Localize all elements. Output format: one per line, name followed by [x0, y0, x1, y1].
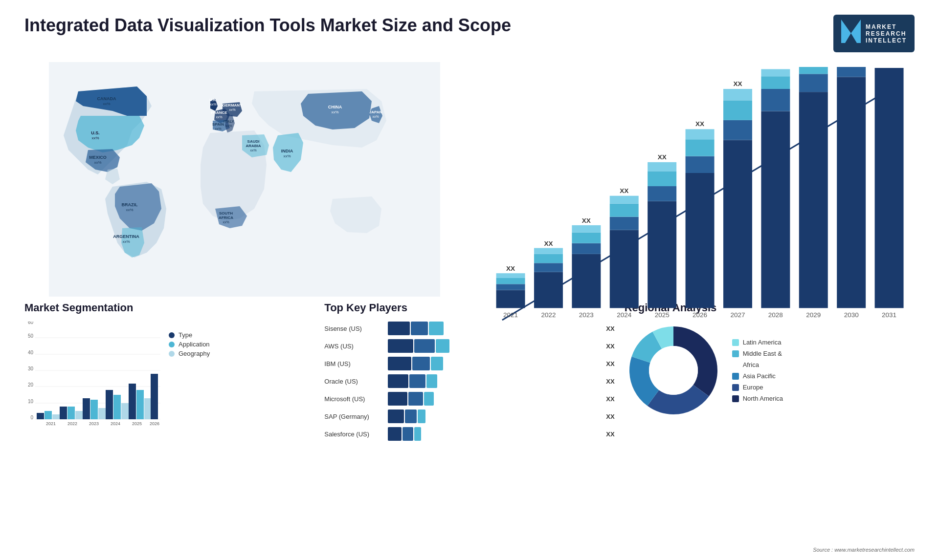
svg-rect-128 — [144, 398, 152, 419]
svg-rect-132 — [151, 374, 158, 419]
svg-point-139 — [649, 346, 698, 395]
svg-rect-38 — [496, 284, 525, 290]
svg-text:xx%: xx% — [229, 108, 235, 111]
svg-rect-123 — [113, 395, 121, 419]
svg-rect-114 — [60, 407, 67, 419]
svg-text:2022: 2022 — [541, 311, 556, 319]
svg-rect-55 — [610, 230, 639, 308]
svg-rect-112 — [52, 414, 60, 419]
svg-rect-118 — [83, 398, 90, 419]
header: Integrated Data Visualization Tools Mark… — [24, 15, 915, 52]
svg-rect-124 — [121, 403, 129, 419]
svg-rect-90 — [837, 77, 866, 308]
svg-text:2029: 2029 — [806, 311, 821, 319]
svg-text:xx%: xx% — [283, 154, 291, 158]
svg-rect-64 — [648, 162, 676, 171]
svg-text:xx%: xx% — [122, 239, 130, 244]
svg-rect-39 — [496, 278, 525, 284]
legend-asia-pacific: Asia Pacific — [732, 372, 783, 380]
svg-text:ARABIA: ARABIA — [246, 144, 261, 148]
svg-rect-70 — [686, 129, 715, 139]
svg-rect-119 — [90, 400, 98, 419]
svg-text:SAUDI: SAUDI — [247, 139, 260, 144]
svg-rect-79 — [761, 111, 790, 308]
svg-text:2026: 2026 — [150, 421, 159, 426]
svg-rect-52 — [572, 225, 601, 233]
svg-text:2022: 2022 — [67, 421, 77, 426]
svg-rect-86 — [799, 74, 828, 92]
svg-text:2024: 2024 — [617, 311, 632, 319]
segmentation-title: Market Segmentation — [24, 302, 314, 314]
svg-rect-87 — [799, 67, 828, 74]
svg-rect-57 — [610, 204, 639, 217]
svg-rect-45 — [534, 254, 563, 263]
svg-text:2023: 2023 — [89, 421, 99, 426]
svg-rect-50 — [572, 243, 601, 254]
legend-north-america: North America — [732, 395, 783, 402]
page-container: Integrated Data Visualization Tools Mark… — [0, 0, 939, 560]
svg-rect-58 — [610, 196, 639, 204]
svg-text:10: 10 — [28, 399, 34, 404]
svg-text:xx%: xx% — [372, 115, 379, 118]
svg-text:xx%: xx% — [91, 136, 99, 140]
svg-rect-61 — [648, 201, 676, 308]
svg-text:XX: XX — [733, 80, 742, 87]
svg-text:30: 30 — [28, 366, 34, 371]
legend-europe: Europe — [732, 384, 783, 391]
legend-application: Application — [169, 341, 210, 348]
svg-rect-81 — [761, 76, 790, 89]
svg-text:2028: 2028 — [768, 311, 783, 319]
svg-rect-56 — [610, 217, 639, 230]
growth-chart-section: XX 2021 XX 2022 XX 2023 — [474, 62, 915, 350]
svg-text:ARGENTINA: ARGENTINA — [113, 234, 139, 239]
svg-rect-91 — [837, 67, 866, 77]
seg-legend: Type Application Geography — [169, 331, 210, 429]
segmentation-chart: 0 10 20 30 40 50 60 — [24, 322, 161, 429]
legend-middle-east-sub: Middle East & Africa Africa — [743, 361, 783, 368]
svg-rect-74 — [723, 120, 752, 140]
growth-chart-svg: XX 2021 XX 2022 XX 2023 — [484, 67, 905, 345]
svg-text:FRANCE: FRANCE — [211, 110, 227, 115]
player-row: IBM (US) XX — [324, 357, 614, 370]
source-text: Source : www.marketresearchintellect.com — [813, 547, 915, 553]
svg-rect-37 — [496, 290, 525, 308]
svg-text:xx%: xx% — [331, 110, 338, 114]
player-row: SAP (Germany) XX — [324, 409, 614, 423]
svg-rect-46 — [534, 248, 563, 254]
svg-rect-75 — [723, 100, 752, 120]
player-row: Salesforce (US) XX — [324, 427, 614, 441]
svg-text:xx%: xx% — [225, 124, 232, 128]
svg-text:xx%: xx% — [126, 208, 133, 212]
svg-rect-49 — [572, 254, 601, 308]
svg-text:40: 40 — [28, 350, 34, 355]
svg-text:2025: 2025 — [132, 421, 142, 426]
svg-text:2025: 2025 — [655, 311, 670, 319]
svg-rect-120 — [98, 408, 106, 419]
svg-rect-43 — [534, 272, 563, 308]
svg-rect-94 — [875, 68, 904, 308]
svg-text:2027: 2027 — [730, 311, 745, 319]
logo-container: MARKET RESEARCH INTELLECT — [833, 15, 915, 52]
svg-text:ITALY: ITALY — [224, 119, 234, 124]
svg-text:SPAIN: SPAIN — [212, 122, 224, 127]
svg-text:XX: XX — [658, 153, 667, 161]
svg-rect-110 — [37, 413, 44, 419]
svg-text:XX: XX — [620, 187, 628, 194]
logo-letter — [841, 20, 861, 47]
svg-rect-82 — [761, 69, 790, 76]
svg-rect-126 — [129, 384, 136, 419]
svg-rect-115 — [67, 407, 75, 419]
svg-text:CANADA: CANADA — [97, 96, 116, 101]
svg-rect-116 — [75, 411, 83, 419]
svg-text:2021: 2021 — [46, 421, 56, 426]
svg-text:xx%: xx% — [94, 160, 101, 165]
world-map-section: CANADA xx% U.S. xx% MEXICO xx% BRAZIL xx… — [24, 62, 465, 297]
svg-text:SOUTH: SOUTH — [219, 211, 233, 215]
page-title: Integrated Data Visualization Tools Mark… — [24, 15, 511, 36]
svg-rect-44 — [534, 263, 563, 272]
svg-text:2023: 2023 — [579, 311, 594, 319]
svg-text:2030: 2030 — [844, 311, 859, 319]
legend-geography: Geography — [169, 350, 210, 357]
svg-text:XX: XX — [771, 67, 780, 68]
svg-text:xx%: xx% — [223, 220, 229, 224]
